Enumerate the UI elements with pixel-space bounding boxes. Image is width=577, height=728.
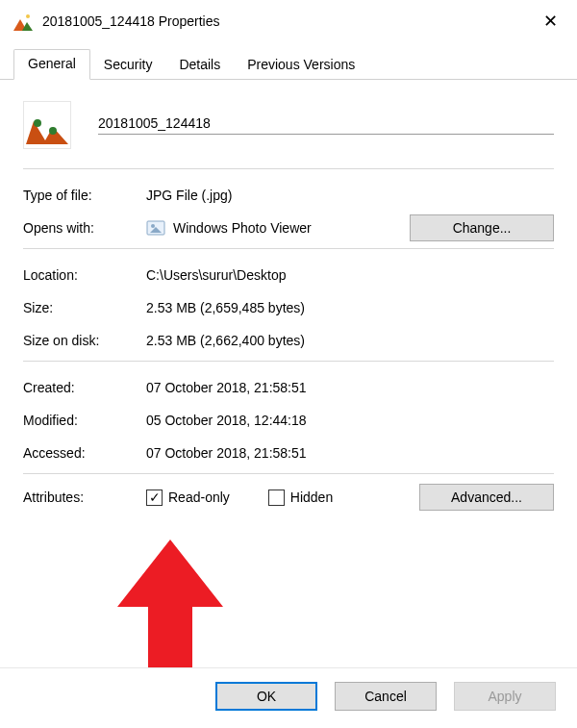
attributes-label: Attributes: — [23, 490, 146, 505]
opens-with-label: Opens with: — [23, 220, 146, 236]
tab-general[interactable]: General — [13, 49, 90, 80]
tab-previous-versions[interactable]: Previous Versions — [234, 51, 368, 80]
accessed-label: Accessed: — [23, 445, 146, 461]
advanced-button[interactable]: Advanced... — [419, 484, 554, 511]
location-label: Location: — [23, 267, 146, 283]
tab-details[interactable]: Details — [165, 51, 234, 80]
separator — [23, 473, 554, 474]
tab-strip: General Security Details Previous Versio… — [0, 46, 577, 80]
hidden-label: Hidden — [290, 490, 333, 505]
properties-window: 20181005_124418 Properties ✕ General Sec… — [0, 0, 577, 728]
location-value: C:\Users\surur\Desktop — [146, 267, 554, 283]
svg-point-6 — [34, 119, 41, 127]
separator — [23, 361, 554, 362]
close-button[interactable]: ✕ — [538, 13, 564, 30]
photo-viewer-icon — [146, 218, 165, 238]
cancel-button[interactable]: Cancel — [335, 682, 437, 711]
dialog-footer: OK Cancel Apply — [0, 667, 577, 728]
separator — [23, 168, 554, 169]
read-only-checkbox[interactable]: ✓ Read-only — [146, 490, 230, 506]
svg-point-3 — [26, 14, 30, 18]
checkbox-empty-icon — [268, 490, 285, 506]
modified-label: Modified: — [23, 413, 146, 428]
modified-value: 05 October 2018, 12:44:18 — [146, 413, 554, 428]
tab-security[interactable]: Security — [90, 51, 166, 80]
created-value: 07 October 2018, 21:58:51 — [146, 380, 554, 395]
type-value: JPG File (.jpg) — [146, 188, 554, 203]
general-panel: 20181005_124418 Type of file: JPG File (… — [0, 80, 577, 511]
file-type-icon — [13, 12, 33, 31]
type-label: Type of file: — [23, 188, 146, 203]
separator — [23, 248, 554, 249]
file-name-field[interactable]: 20181005_124418 — [98, 115, 554, 135]
svg-point-7 — [49, 127, 57, 135]
size-on-disk-label: Size on disk: — [23, 333, 146, 348]
svg-marker-11 — [117, 540, 223, 674]
accessed-value: 07 October 2018, 21:58:51 — [146, 445, 554, 461]
change-button[interactable]: Change... — [410, 214, 554, 241]
opens-with-value: Windows Photo Viewer — [173, 220, 312, 236]
titlebar: 20181005_124418 Properties ✕ — [0, 0, 577, 38]
size-value: 2.53 MB (2,659,485 bytes) — [146, 300, 554, 315]
svg-point-9 — [151, 224, 155, 228]
size-label: Size: — [23, 300, 146, 315]
window-title: 20181005_124418 Properties — [42, 13, 538, 29]
apply-button[interactable]: Apply — [454, 682, 556, 711]
file-thumbnail — [23, 101, 71, 149]
ok-button[interactable]: OK — [215, 682, 317, 711]
size-on-disk-value: 2.53 MB (2,662,400 bytes) — [146, 333, 554, 348]
read-only-label: Read-only — [168, 490, 230, 505]
hidden-checkbox[interactable]: Hidden — [268, 490, 333, 506]
checkmark-icon: ✓ — [146, 490, 163, 506]
created-label: Created: — [23, 380, 146, 395]
